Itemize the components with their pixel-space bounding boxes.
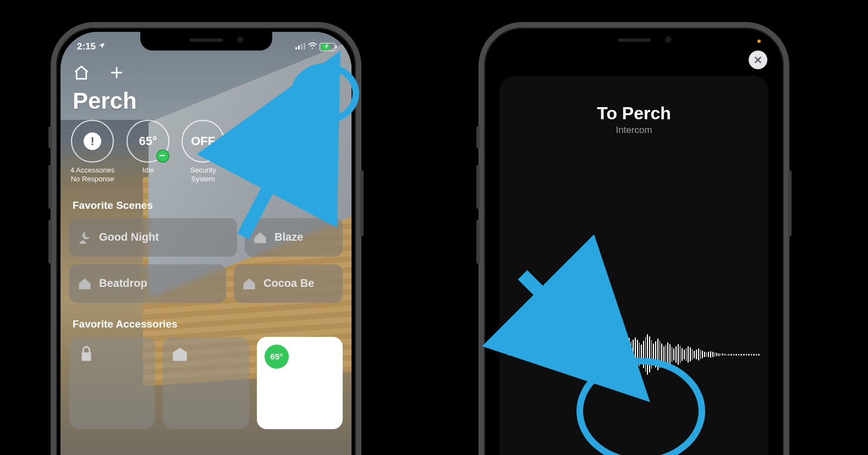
accessory-lock[interactable] [69, 337, 155, 429]
home-icon[interactable] [72, 63, 91, 82]
status-chip-climate[interactable]: 65° Idle [127, 120, 169, 184]
section-favorite-accessories: Favorite Accessories [73, 318, 339, 330]
status-time: 2:15 [77, 41, 96, 52]
iphone-frame-right: To Perch Intercom Done [479, 22, 789, 455]
tutorial-composite: 2:15 ⚡︎ [0, 0, 868, 455]
svg-rect-1 [298, 46, 300, 49]
add-button[interactable] [107, 63, 127, 82]
status-chip-alert[interactable]: ! 4 Accessories No Response [70, 120, 114, 184]
svg-rect-3 [304, 43, 305, 49]
iphone-frame-left: 2:15 ⚡︎ [51, 22, 361, 455]
home-name-title: Perch [73, 88, 339, 114]
battery-icon: ⚡︎ [320, 43, 335, 51]
notch [568, 32, 700, 51]
lock-icon [77, 345, 96, 365]
house-icon [241, 276, 257, 291]
wifi-icon [307, 42, 317, 51]
accessory-garage[interactable] [163, 337, 249, 429]
home-toolbar [61, 59, 351, 86]
status-chip-security[interactable]: OFF Security System [182, 120, 224, 184]
intercom-button[interactable] [320, 63, 340, 84]
mic-indicator-icon [757, 40, 761, 43]
garage-icon [171, 345, 189, 365]
cellular-icon [295, 42, 305, 51]
close-button[interactable] [749, 51, 767, 69]
temperature-badge: 65° [265, 345, 289, 369]
accessory-thermostat[interactable]: 65° [257, 337, 343, 429]
section-favorite-scenes: Favorite Scenes [73, 199, 339, 212]
status-bar: 2:15 ⚡︎ [61, 38, 351, 55]
scene-cocoa[interactable]: Cocoa Be [234, 264, 343, 303]
location-icon [98, 41, 106, 52]
intercom-subtitle: Intercom [499, 125, 768, 136]
audio-waveform [508, 321, 760, 387]
intercom-title: To Perch [499, 103, 768, 124]
svg-rect-2 [301, 44, 303, 49]
scene-beatdrop[interactable]: Beatdrop [69, 264, 226, 303]
screen-home-app: 2:15 ⚡︎ [61, 32, 351, 455]
scene-good-night[interactable]: Good Night [69, 218, 237, 257]
svg-point-4 [312, 48, 313, 49]
home-status-row: ! 4 Accessories No Response 65° Idle OFF… [70, 120, 342, 184]
status-indicator-icon [156, 149, 169, 163]
house-icon [77, 276, 92, 291]
moon-house-icon [77, 230, 92, 245]
svg-rect-0 [295, 47, 297, 49]
screen-intercom-sheet: To Perch Intercom Done [488, 32, 779, 455]
alert-icon: ! [84, 132, 101, 150]
scene-blaze[interactable]: Blaze [245, 218, 343, 257]
house-icon [252, 230, 268, 245]
intercom-sheet: To Perch Intercom Done [499, 76, 768, 455]
